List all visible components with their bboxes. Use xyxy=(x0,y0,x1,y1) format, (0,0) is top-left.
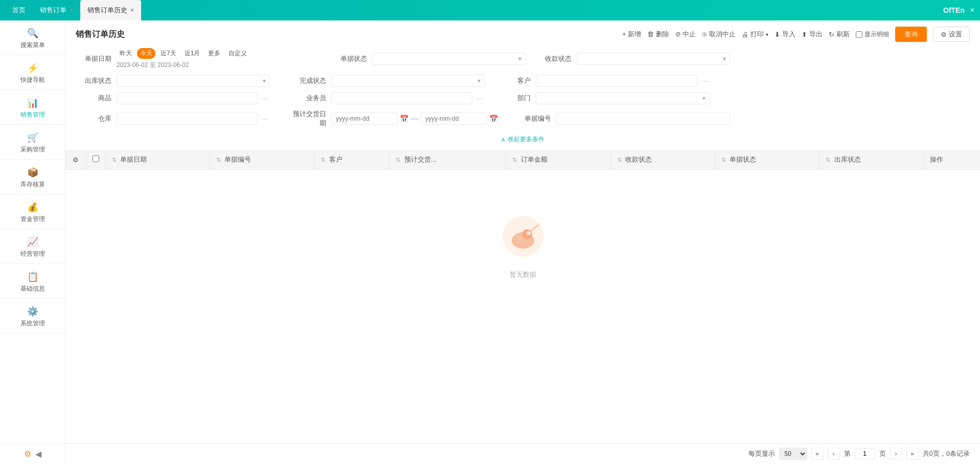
refresh-btn[interactable]: ↻ 刷新 xyxy=(829,30,850,39)
show-detail-label: 显示明细 xyxy=(864,30,889,39)
warehouse-input[interactable] xyxy=(117,113,258,125)
import-btn[interactable]: ⬇ 导入 xyxy=(774,30,795,39)
show-detail-checkbox[interactable] xyxy=(856,31,862,38)
select-all-checkbox[interactable] xyxy=(93,156,99,162)
sidebar-item-finance[interactable]: 💰 资金管理 xyxy=(0,194,65,229)
tab-home[interactable]: 首页 xyxy=(5,0,33,20)
toolbar: + 新增 🗑 删除 ⊘ 中止 ⊙ 取消中止 🖨 🖨 打印 打印 ▾ ⬇ 导入 xyxy=(622,27,970,42)
order-status-select[interactable] xyxy=(372,53,526,65)
tab-sales-order-history-close[interactable]: × xyxy=(130,7,134,14)
delete-btn[interactable]: 🗑 删除 xyxy=(647,30,669,39)
settings-icon[interactable]: ⚙ xyxy=(73,156,79,164)
window-close-icon[interactable]: ✕ xyxy=(970,7,975,14)
out-status-label: 出库状态 xyxy=(76,76,117,85)
department-select-wrapper xyxy=(536,92,710,104)
sidebar-item-search-menu[interactable]: 🔍 搜索菜单 xyxy=(0,20,65,55)
top-bar: 首页 销售订单 × 销售订单历史 × OfTEn ✕ xyxy=(0,0,980,20)
th-settings[interactable]: ⚙ xyxy=(65,150,86,170)
th-delivery-sort-icon[interactable]: ⇅ xyxy=(396,157,400,163)
sidebar-item-base-info[interactable]: 📋 基础信息 xyxy=(0,264,65,299)
inventory-icon: 📦 xyxy=(27,167,38,178)
show-detail-checkbox-label[interactable]: 显示明细 xyxy=(856,30,889,39)
product-input[interactable] xyxy=(117,92,258,104)
page-label-prefix: 第 xyxy=(844,449,851,458)
complete-status-label: 完成状态 xyxy=(290,76,331,85)
date-chip-last1month[interactable]: 近1月 xyxy=(181,48,203,59)
page-size-select[interactable]: 50 10 20 100 xyxy=(779,448,807,460)
product-ellipsis[interactable]: ··· xyxy=(260,94,270,102)
sidebar-item-purchase-mgmt[interactable]: 🛒 采购管理 xyxy=(0,125,65,160)
table-body: 暂无数据 xyxy=(65,170,980,321)
cancel-stop-btn[interactable]: ⊙ 取消中止 xyxy=(702,30,736,39)
current-page-input[interactable] xyxy=(855,448,875,459)
th-paystatus-label: 收款状态 xyxy=(625,156,652,163)
export-icon: ⬆ xyxy=(802,31,807,38)
out-status-control xyxy=(117,75,270,87)
next-page-btn[interactable]: › xyxy=(890,448,902,460)
new-btn[interactable]: + 新增 xyxy=(622,30,641,39)
sidebar-item-quick-nav[interactable]: ⚡ 快捷导航 xyxy=(0,55,65,90)
setting-button[interactable]: ⚙ 设置 xyxy=(933,27,970,42)
th-customer-sort-icon[interactable]: ⇅ xyxy=(321,157,325,163)
department-select[interactable] xyxy=(536,92,710,104)
collapse-row[interactable]: ∧ 收起更多条件 xyxy=(76,133,970,148)
base-info-icon: 📋 xyxy=(27,271,38,282)
sidebar-item-inventory[interactable]: 📦 库存核算 xyxy=(0,160,65,194)
sidebar-item-search-menu-label: 搜索菜单 xyxy=(20,41,45,50)
date-chip-yesterday[interactable]: 昨天 xyxy=(117,48,135,59)
complete-status-control xyxy=(331,75,485,87)
salesperson-input[interactable] xyxy=(331,92,472,104)
empty-row: 暂无数据 xyxy=(65,170,980,321)
date-range-display: 2023-06-02 至 2023-06-02 xyxy=(117,61,189,70)
warehouse-ellipsis[interactable]: ··· xyxy=(260,115,270,123)
customer-ellipsis[interactable]: ··· xyxy=(699,77,710,85)
tab-sales-order-close[interactable]: × xyxy=(70,7,73,14)
sidebar-item-system[interactable]: ⚙️ 系统管理 xyxy=(0,299,65,334)
product-label: 商品 xyxy=(76,94,117,103)
th-amount-sort-icon[interactable]: ⇅ xyxy=(512,157,517,163)
th-checkbox[interactable] xyxy=(86,150,105,170)
stop-btn[interactable]: ⊘ 中止 xyxy=(675,30,696,39)
prev-page-btn[interactable]: ‹ xyxy=(828,448,840,460)
date-chip-more[interactable]: 更多 xyxy=(205,48,223,59)
delivery-date-end-icon[interactable]: 📅 xyxy=(489,115,498,123)
table-header-row: ⚙ ⇅ 单据日期 ⇅ 单据编号 xyxy=(65,150,980,170)
th-paystatus-sort-icon[interactable]: ⇅ xyxy=(617,157,622,163)
pay-status-select[interactable] xyxy=(577,53,730,65)
date-chip-today[interactable]: 今天 xyxy=(137,48,155,59)
th-orderstatus-sort-icon[interactable]: ⇅ xyxy=(721,157,726,163)
warehouse-label: 仓库 xyxy=(76,114,117,123)
th-amount-label: 订单金额 xyxy=(521,156,548,163)
query-button[interactable]: 查询 xyxy=(895,27,927,42)
sidebar-settings-icon[interactable]: ⚙ xyxy=(24,449,31,459)
th-date-sort-icon[interactable]: ⇅ xyxy=(112,157,117,163)
warehouse-control: ··· xyxy=(117,113,270,125)
tab-sales-order-history[interactable]: 销售订单历史 × xyxy=(80,0,141,20)
finance-icon: 💰 xyxy=(27,202,38,213)
th-orderno-sort-icon[interactable]: ⇅ xyxy=(216,157,221,163)
date-chip-custom[interactable]: 自定义 xyxy=(225,48,250,59)
salesperson-ellipsis[interactable]: ··· xyxy=(474,94,485,102)
filter-row-2: 出库状态 完成状态 xyxy=(76,75,970,87)
delivery-date-end[interactable] xyxy=(421,113,487,125)
customer-input[interactable] xyxy=(536,75,697,87)
sidebar-collapse-icon[interactable]: ◀ xyxy=(35,449,41,459)
delivery-date-start[interactable] xyxy=(331,113,398,125)
export-btn[interactable]: ⬆ 导出 xyxy=(802,30,823,39)
th-outstatus-sort-icon[interactable]: ⇅ xyxy=(826,157,830,163)
out-status-select[interactable] xyxy=(117,75,270,87)
page-title-row: 销售订单历史 + 新增 🗑 删除 ⊘ 中止 ⊙ 取消中止 🖨 🖨 打印 打印 ▾… xyxy=(76,27,970,42)
sidebar-item-operations[interactable]: 📈 经营管理 xyxy=(0,229,65,264)
last-page-btn[interactable]: » xyxy=(906,448,919,460)
delivery-date-start-icon[interactable]: 📅 xyxy=(400,115,408,123)
date-chip-last7[interactable]: 近7天 xyxy=(157,48,179,59)
first-page-btn[interactable]: « xyxy=(811,448,824,460)
tab-sales-order[interactable]: 销售订单 × xyxy=(33,0,80,20)
sidebar-item-quick-nav-label: 快捷导航 xyxy=(20,76,45,84)
print-btn[interactable]: 🖨 🖨 打印 打印 ▾ xyxy=(742,30,768,39)
pay-status-label: 收款状态 xyxy=(536,54,577,63)
order-no-input[interactable] xyxy=(556,113,730,125)
complete-status-select[interactable] xyxy=(331,75,485,87)
customer-label: 客户 xyxy=(495,76,536,85)
sidebar-item-sales-mgmt[interactable]: 📊 销售管理 xyxy=(0,90,65,125)
